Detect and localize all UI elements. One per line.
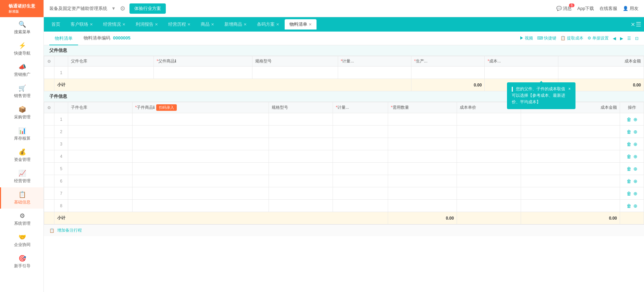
child-warehouse-4[interactable] [68, 150, 133, 163]
delete-icon-2[interactable]: 🗑 [627, 129, 631, 135]
copy-icon-8[interactable]: ⊕ [633, 203, 637, 209]
tooltip-close-btn[interactable]: × [568, 86, 571, 92]
delete-icon-6[interactable]: 🗑 [627, 178, 631, 184]
copy-icon-5[interactable]: ⊕ [633, 166, 637, 172]
child-unit-8[interactable] [333, 200, 388, 212]
sidebar-item-库存核算[interactable]: 📊库存核算 [0, 124, 44, 145]
child-product-8[interactable] [132, 200, 269, 212]
child-product-4[interactable] [132, 150, 269, 163]
child-unit-2[interactable] [333, 126, 388, 138]
sidebar-item-采购管理[interactable]: 📦采购管理 [0, 102, 44, 124]
navtab-7[interactable]: 条码方案 ✕ [252, 19, 284, 30]
navtab-2[interactable]: 经营情况 ✕ [98, 19, 130, 30]
parent-col-settings[interactable]: ⚙ [44, 56, 54, 67]
sidebar-item-搜索菜单[interactable]: 🔍搜索菜单 [0, 17, 44, 38]
sidebar-item-企业协同[interactable]: 🤝企业协同 [0, 230, 44, 251]
child-product-7[interactable] [132, 187, 269, 200]
message-badge[interactable]: 💬 6 消息 [556, 5, 572, 12]
parent-spec-cell[interactable] [252, 67, 338, 79]
navtab-close-8[interactable]: ✕ [309, 22, 312, 27]
scan-input-button[interactable]: 扫码录入 [156, 104, 177, 111]
child-warehouse-8[interactable] [68, 200, 133, 212]
navtab-close-3[interactable]: ✕ [155, 22, 158, 27]
subtab-bill[interactable]: 物料清单 [49, 32, 78, 45]
child-spec-4[interactable] [269, 150, 333, 163]
delete-icon-7[interactable]: 🗑 [627, 191, 631, 196]
parent-warehouse-cell[interactable] [68, 67, 154, 79]
child-qty-6[interactable] [388, 175, 457, 187]
navtab-8[interactable]: 物料清单 ✕ [285, 19, 317, 30]
delete-icon-1[interactable]: 🗑 [627, 117, 631, 122]
bottom-label[interactable]: 增加备注行程 [57, 227, 82, 233]
child-warehouse-5[interactable] [68, 163, 133, 175]
child-warehouse-1[interactable] [68, 113, 133, 126]
copy-icon-6[interactable]: ⊕ [633, 178, 637, 184]
copy-icon-3[interactable]: ⊕ [633, 141, 637, 147]
child-spec-8[interactable] [269, 200, 333, 212]
child-price-8[interactable] [457, 200, 521, 212]
nav-prev[interactable]: ◀ [613, 36, 616, 41]
sidebar-item-经营管理[interactable]: 📈经营管理 [0, 166, 44, 187]
child-warehouse-6[interactable] [68, 175, 133, 187]
child-qty-2[interactable] [388, 126, 457, 138]
child-price-6[interactable] [457, 175, 521, 187]
child-product-2[interactable] [132, 126, 269, 138]
navtab-4[interactable]: 经营历程 ✕ [163, 19, 195, 30]
child-warehouse-7[interactable] [68, 187, 133, 200]
child-unit-1[interactable] [333, 113, 388, 126]
child-spec-1[interactable] [269, 113, 333, 126]
child-price-2[interactable] [457, 126, 521, 138]
delete-icon-3[interactable]: 🗑 [627, 141, 631, 147]
navtab-close-1[interactable]: ✕ [90, 22, 93, 27]
copy-icon-4[interactable]: ⊕ [633, 154, 637, 159]
child-spec-6[interactable] [269, 175, 333, 187]
navtab-0[interactable]: 首页 [47, 19, 65, 30]
navtab-3[interactable]: 利润报告 ✕ [131, 19, 163, 30]
child-spec-5[interactable] [269, 163, 333, 175]
navtab-close-7[interactable]: ✕ [276, 22, 279, 27]
child-unit-4[interactable] [333, 150, 388, 163]
navtab-1[interactable]: 客户联络 ✕ [66, 19, 98, 30]
navtab-5[interactable]: 商品 ✕ [196, 19, 219, 30]
sidebar-item-新手引导[interactable]: 🎯新手引导 [0, 251, 44, 272]
child-price-1[interactable] [457, 113, 521, 126]
sidebar-item-系统管理[interactable]: ⚙系统管理 [0, 209, 44, 230]
parent-product-cell[interactable] [154, 67, 252, 79]
child-unit-6[interactable] [333, 175, 388, 187]
child-spec-3[interactable] [269, 138, 333, 150]
copy-icon-7[interactable]: ⊕ [633, 191, 637, 196]
action-doc-settings[interactable]: ⚙ 单据设置 [587, 35, 609, 41]
user-menu[interactable]: 👤 用友 [623, 5, 639, 12]
action-shortcut[interactable]: ⌨ 快捷键 [537, 35, 556, 41]
child-qty-4[interactable] [388, 150, 457, 163]
child-product-3[interactable] [132, 138, 269, 150]
parent-unit-cell[interactable] [338, 67, 411, 79]
nav-next[interactable]: ▶ [620, 36, 623, 41]
copy-icon-2[interactable]: ⊕ [633, 129, 637, 135]
sidebar-item-快捷导航[interactable]: ⚡快捷导航 [0, 38, 44, 60]
child-qty-1[interactable] [388, 113, 457, 126]
child-qty-8[interactable] [388, 200, 457, 212]
child-price-3[interactable] [457, 138, 521, 150]
subtab-code[interactable]: 物料清单编码 0000005 [78, 32, 136, 45]
parent-prod-cell[interactable] [411, 67, 485, 79]
child-warehouse-3[interactable] [68, 138, 133, 150]
navtabs-close-btn[interactable]: ✕ [631, 21, 635, 28]
child-price-5[interactable] [457, 163, 521, 175]
parent-cost-cell[interactable] [485, 67, 558, 79]
expand-toggle[interactable]: ⊡ [635, 36, 639, 41]
action-video[interactable]: ▶ 视频 [520, 35, 533, 41]
child-product-5[interactable] [132, 163, 269, 175]
navtab-close-4[interactable]: ✕ [187, 22, 190, 27]
child-warehouse-2[interactable] [68, 126, 133, 138]
action-extract-cost[interactable]: 📋 提取成本 [560, 35, 583, 41]
delete-icon-4[interactable]: 🗑 [627, 154, 631, 159]
child-unit-7[interactable] [333, 187, 388, 200]
navtabs-more[interactable]: ☰ [636, 21, 641, 28]
navtab-6[interactable]: 新增商品 ✕ [220, 19, 251, 30]
child-qty-3[interactable] [388, 138, 457, 150]
navtab-close-6[interactable]: ✕ [244, 22, 247, 27]
navtab-close-5[interactable]: ✕ [211, 22, 214, 27]
child-col-settings[interactable]: ⚙ [44, 102, 54, 113]
copy-icon-1[interactable]: ⊕ [633, 117, 637, 122]
